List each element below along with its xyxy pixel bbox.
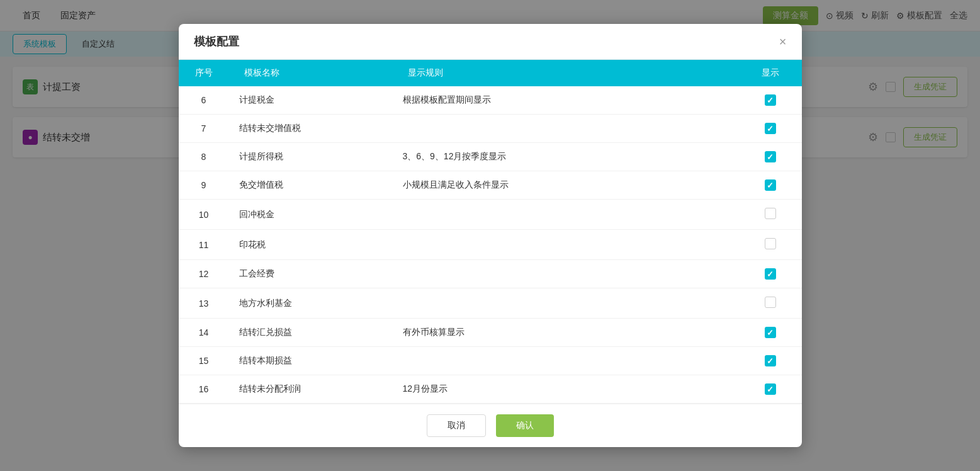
dialog-title: 模板配置 — [194, 34, 239, 49]
table-row: 10回冲税金 — [179, 200, 802, 230]
cell-name: 计提税金 — [229, 86, 393, 115]
table-body: 6计提税金根据模板配置期间显示7结转未交增值税8计提所得税3、6、9、12月按季… — [179, 86, 802, 404]
table-row: 14结转汇兑损益有外币核算显示 — [179, 319, 802, 347]
confirm-button[interactable]: 确认 — [496, 414, 554, 437]
cell-index: 16 — [179, 375, 229, 404]
cell-checkbox — [739, 86, 802, 115]
checkbox-11[interactable] — [765, 238, 776, 249]
cell-checkbox — [739, 230, 802, 260]
table-header: 序号 模板名称 显示规则 显示 — [179, 60, 802, 86]
cell-rule: 小规模且满足收入条件显示 — [393, 171, 739, 200]
cell-rule — [393, 347, 739, 375]
checkbox-10[interactable] — [765, 208, 776, 219]
table-row: 15结转本期损益 — [179, 347, 802, 375]
checkbox-16[interactable] — [765, 383, 776, 395]
cell-rule: 3、6、9、12月按季度显示 — [393, 143, 739, 171]
cell-rule — [393, 288, 739, 319]
cell-index: 9 — [179, 171, 229, 200]
cell-rule — [393, 200, 739, 230]
checkbox-9[interactable] — [765, 179, 776, 191]
cell-checkbox — [739, 288, 802, 319]
col-header-rule: 显示规则 — [393, 60, 739, 86]
cell-name: 工会经费 — [229, 260, 393, 288]
cell-checkbox — [739, 143, 802, 171]
table-row: 12工会经费 — [179, 260, 802, 288]
dialog-body[interactable]: 序号 模板名称 显示规则 显示 6计提税金根据模板配置期间显示7结转未交增值税8… — [179, 60, 802, 404]
template-config-dialog: 模板配置 × 序号 模板名称 显示规则 显示 6计提税金根据模板配置期间显示7结… — [179, 24, 802, 447]
table-row: 7结转未交增值税 — [179, 115, 802, 143]
col-header-display: 显示 — [739, 60, 802, 86]
cell-checkbox — [739, 260, 802, 288]
cell-name: 回冲税金 — [229, 200, 393, 230]
cell-index: 12 — [179, 260, 229, 288]
cell-checkbox — [739, 347, 802, 375]
checkbox-15[interactable] — [765, 355, 776, 366]
table-row: 16结转未分配利润12月份显示 — [179, 375, 802, 404]
cell-checkbox — [739, 171, 802, 200]
cell-rule — [393, 230, 739, 260]
table-row: 13地方水利基金 — [179, 288, 802, 319]
cell-index: 10 — [179, 200, 229, 230]
cell-checkbox — [739, 319, 802, 347]
col-header-index: 序号 — [179, 60, 229, 86]
cell-rule — [393, 115, 739, 143]
table-row: 11印花税 — [179, 230, 802, 260]
modal-overlay: 模板配置 × 序号 模板名称 显示规则 显示 6计提税金根据模板配置期间显示7结… — [0, 0, 980, 471]
cell-index: 8 — [179, 143, 229, 171]
checkbox-14[interactable] — [765, 327, 776, 338]
table-row: 6计提税金根据模板配置期间显示 — [179, 86, 802, 115]
cell-name: 结转未交增值税 — [229, 115, 393, 143]
cell-name: 结转本期损益 — [229, 347, 393, 375]
checkbox-6[interactable] — [765, 94, 776, 106]
checkbox-8[interactable] — [765, 151, 776, 162]
cell-name: 结转汇兑损益 — [229, 319, 393, 347]
checkbox-13[interactable] — [765, 297, 776, 308]
cell-checkbox — [739, 115, 802, 143]
checkbox-12[interactable] — [765, 268, 776, 280]
cell-index: 15 — [179, 347, 229, 375]
dialog-footer: 取消 确认 — [179, 404, 802, 447]
cell-rule: 有外币核算显示 — [393, 319, 739, 347]
cell-rule — [393, 260, 739, 288]
cell-name: 地方水利基金 — [229, 288, 393, 319]
cell-name: 免交增值税 — [229, 171, 393, 200]
table-row: 9免交增值税小规模且满足收入条件显示 — [179, 171, 802, 200]
cell-rule: 12月份显示 — [393, 375, 739, 404]
cell-name: 结转未分配利润 — [229, 375, 393, 404]
cancel-button[interactable]: 取消 — [427, 414, 486, 437]
config-table: 序号 模板名称 显示规则 显示 6计提税金根据模板配置期间显示7结转未交增值税8… — [179, 60, 802, 404]
checkbox-7[interactable] — [765, 123, 776, 134]
cell-name: 计提所得税 — [229, 143, 393, 171]
cell-index: 11 — [179, 230, 229, 260]
cell-checkbox — [739, 200, 802, 230]
col-header-name: 模板名称 — [229, 60, 393, 86]
cell-index: 13 — [179, 288, 229, 319]
dialog-header: 模板配置 × — [179, 24, 802, 60]
cell-rule: 根据模板配置期间显示 — [393, 86, 739, 115]
cell-index: 7 — [179, 115, 229, 143]
cell-index: 14 — [179, 319, 229, 347]
cell-index: 6 — [179, 86, 229, 115]
cell-checkbox — [739, 375, 802, 404]
table-row: 8计提所得税3、6、9、12月按季度显示 — [179, 143, 802, 171]
dialog-close-button[interactable]: × — [779, 35, 787, 49]
cell-name: 印花税 — [229, 230, 393, 260]
